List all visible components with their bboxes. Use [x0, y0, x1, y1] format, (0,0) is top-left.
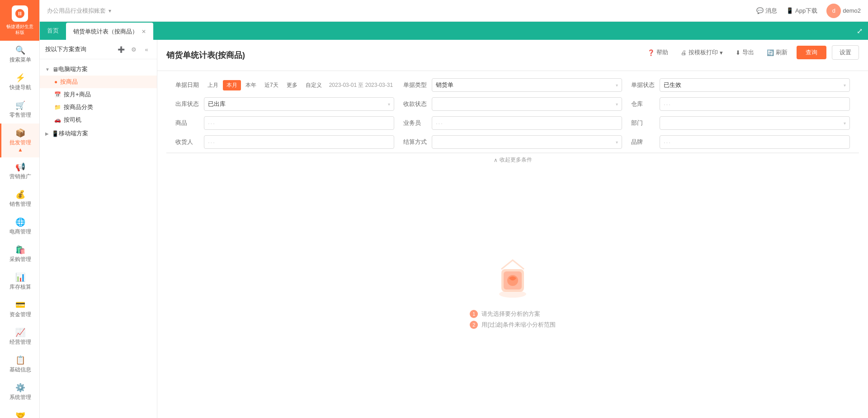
sidebar-item-sales[interactable]: 💰 销售管理: [0, 185, 39, 213]
receiptstatus-input[interactable]: ▾: [432, 97, 622, 111]
query-button[interactable]: 查询: [797, 46, 826, 59]
date-tab-lastmonth[interactable]: 上月: [204, 80, 222, 90]
receiver-input[interactable]: ···: [204, 135, 394, 149]
sidebar-label-purchase: 采购管理: [9, 256, 31, 263]
sidebar-item-corp[interactable]: 🤝 企业协同: [0, 406, 39, 418]
tab-close-icon[interactable]: ✕: [142, 28, 146, 35]
outstatus-arrow-icon: ▾: [388, 102, 390, 107]
sidebar-item-quick[interactable]: ⚡ 快捷导航: [0, 68, 39, 96]
print-label: 按模板打印: [689, 48, 718, 57]
sidebar-item-marketing[interactable]: 📢 营销推广: [0, 157, 39, 185]
user-info[interactable]: d demo2: [826, 4, 861, 18]
collapse-panel-btn[interactable]: «: [142, 44, 151, 54]
wholesale-icon: 📦: [15, 128, 25, 138]
tree-expand-icon: ▼: [45, 67, 50, 72]
tree-group-mobile-header[interactable]: ▶ 📱 移动端方案: [40, 127, 157, 140]
print-btn[interactable]: 🖨 按模板打印 ▾: [677, 47, 726, 58]
logo-subtitle: 标版: [15, 29, 24, 35]
settings-icon: ⚙: [131, 46, 137, 53]
product-input[interactable]: ···: [204, 116, 394, 130]
settings-button[interactable]: 设置: [832, 45, 859, 60]
sidebar-item-wholesale[interactable]: 📦 批发管理 ▲: [0, 124, 39, 157]
sidebar-item-retail[interactable]: 🛒 零售管理: [0, 96, 39, 124]
tree-group-desktop-header[interactable]: ▼ 🖥 电脑端方案: [40, 63, 157, 76]
sidebar-item-ecom[interactable]: 🌐 电商管理: [0, 213, 39, 240]
salesperson-input[interactable]: ···: [432, 116, 622, 130]
filter-row-salesperson: 业务员 ···: [403, 116, 622, 130]
date-tab-thisyear[interactable]: 本年: [242, 80, 260, 90]
collapse-chevron-icon: ∧: [494, 157, 498, 163]
department-arrow-icon: ▾: [844, 121, 846, 126]
tree-group-mobile-label: 移动端方案: [59, 129, 88, 138]
brand-input[interactable]: ···: [660, 135, 850, 149]
quick-icon: ⚡: [15, 73, 25, 83]
salesperson-label: 业务员: [403, 119, 428, 127]
app-download-btn[interactable]: 📱 App下载: [786, 7, 817, 15]
sales-icon: 💰: [15, 190, 25, 200]
sidebar-item-basic[interactable]: 📋 基础信息: [0, 351, 39, 378]
message-label: 消息: [765, 7, 777, 15]
filter-row-receiptstatus: 收款状态 ▾: [403, 97, 622, 111]
tree-item-by-month-label: 按月+商品: [64, 90, 91, 99]
help-btn[interactable]: ❓ 帮助: [644, 47, 672, 58]
filter-grid: 单据日期 上月 本月 本年 近7天 更多 自定义 2023-03-01 至 20…: [166, 71, 859, 153]
doctype-input[interactable]: 销货单 ▾: [432, 78, 622, 92]
outstatus-label: 出库状态: [175, 100, 200, 108]
message-btn[interactable]: 💬 消息: [756, 7, 777, 15]
outstatus-input[interactable]: 已出库 ▾: [204, 97, 394, 111]
date-tab-7days[interactable]: 近7天: [261, 80, 282, 90]
receiptstatus-arrow-icon: ▾: [616, 102, 618, 107]
tab-home[interactable]: 首页: [40, 22, 66, 40]
date-tab-more[interactable]: 更多: [283, 80, 301, 90]
logo-text: 畅捷通好生意: [6, 24, 33, 29]
date-tab-custom[interactable]: 自定义: [302, 80, 326, 90]
date-tab-thismonth[interactable]: 本月: [223, 80, 241, 90]
left-panel: 按以下方案查询 ➕ ⚙ « ▼ 🖥: [40, 40, 157, 418]
sidebar-item-ops[interactable]: 📈 经营管理: [0, 323, 39, 351]
docstatus-input[interactable]: 已生效 ▾: [660, 78, 850, 92]
refresh-btn[interactable]: 🔄 刷新: [763, 47, 791, 58]
app-download-label: App下载: [795, 7, 817, 15]
tree-item-by-month-product[interactable]: 📅 按月+商品: [40, 88, 157, 101]
brand-dots: ···: [664, 139, 671, 146]
product-dots: ···: [208, 120, 216, 127]
chevron-down-icon: ▾: [108, 8, 111, 14]
sidebar-item-system[interactable]: ⚙️ 系统管理: [0, 378, 39, 406]
sidebar: 畅捷通好生意 标版 🔍 搜索菜单 ⚡ 快捷导航 🛒 零售管理 📦 批发管理 ▲ …: [0, 0, 40, 418]
payment-input[interactable]: ▾: [432, 135, 622, 149]
topbar-title: 办公用品行业模拟账套 ▾: [47, 7, 111, 15]
department-input[interactable]: ▾: [660, 116, 850, 130]
export-btn[interactable]: ⬇ 导出: [732, 47, 758, 58]
scheme-settings-btn[interactable]: ⚙: [129, 44, 139, 54]
warehouse-label: 仓库: [631, 100, 656, 108]
add-scheme-btn[interactable]: ➕: [116, 44, 126, 54]
sidebar-item-inventory[interactable]: 📊 库存核算: [0, 268, 39, 295]
sidebar-label-wholesale: 批发管理: [9, 139, 31, 147]
tree-item-by-category[interactable]: 📁 按商品分类: [40, 101, 157, 114]
tab-report[interactable]: 销货单统计表（按商品） ✕: [66, 23, 153, 41]
sidebar-item-search[interactable]: 🔍 搜索菜单: [0, 41, 39, 68]
warehouse-input[interactable]: ···: [660, 97, 850, 111]
tree-item-by-unit-label: 按司机: [64, 116, 81, 124]
sidebar-item-finance[interactable]: 💳 资金管理: [0, 295, 39, 323]
date-label: 单据日期: [175, 81, 200, 89]
tab-home-label: 首页: [47, 27, 59, 35]
sidebar-item-purchase[interactable]: 🛍️ 采购管理: [0, 240, 39, 268]
tree-item-by-unit[interactable]: 🚗 按司机: [40, 114, 157, 126]
tree-item-unit-icon: 🚗: [54, 117, 61, 123]
docstatus-label: 单据状态: [631, 81, 656, 89]
tabbar-expand-icon[interactable]: ⤢: [851, 27, 868, 35]
marketing-icon: 📢: [15, 162, 25, 172]
sidebar-label-search: 搜索菜单: [9, 56, 31, 64]
sidebar-label-quick: 快捷导航: [9, 84, 31, 91]
corp-icon: 🤝: [15, 410, 25, 418]
doctype-arrow-icon: ▾: [616, 83, 618, 88]
receiver-dots: ···: [208, 139, 216, 146]
tree-collapse-icon: ▶: [45, 131, 49, 136]
filter-row-docstatus: 单据状态 已生效 ▾: [631, 78, 850, 92]
docstatus-value: 已生效: [664, 81, 681, 89]
collapse-more-btn[interactable]: ∧ 收起更多条件: [166, 153, 859, 166]
empty-tips: 1 请先选择要分析的方案 2 用[过滤]条件来缩小分析范围: [470, 310, 555, 329]
tree-item-by-product[interactable]: ● 按商品: [40, 76, 157, 88]
receiptstatus-label: 收款状态: [403, 100, 428, 108]
